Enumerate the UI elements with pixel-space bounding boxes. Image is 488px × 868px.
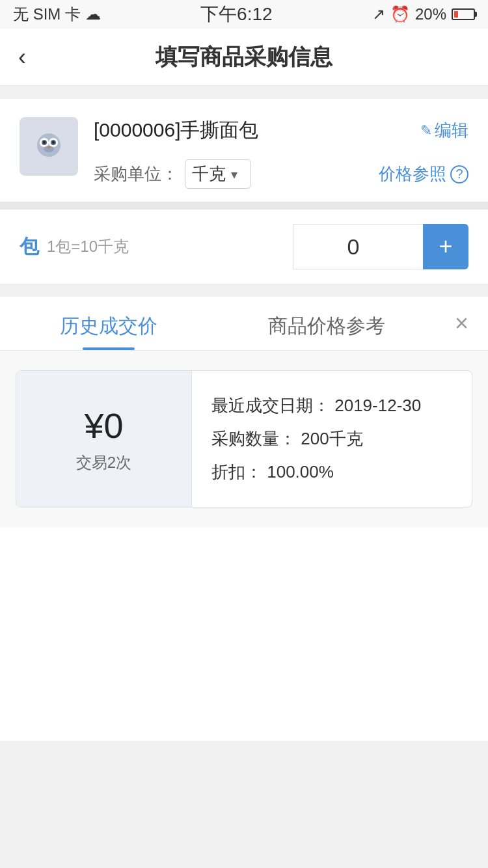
status-left: 无 SIM 卡 ☁ [13,4,101,25]
history-quantity-row: 采购数量： 200千克 [211,427,452,450]
battery-percent: 20% [415,5,446,23]
history-transaction-count: 交易2次 [76,452,131,473]
history-discount-value: 100.00% [267,462,334,481]
quantity-input-group: + [293,224,468,269]
battery-icon [452,8,475,20]
main-content: ¥0 交易2次 最近成交日期： 2019-12-30 采购数量： 200千克 折… [0,351,488,741]
history-detail-panel: 最近成交日期： 2019-12-30 采购数量： 200千克 折扣： 100.0… [192,371,472,507]
edit-button[interactable]: ✎ 编辑 [420,119,468,142]
price-ref-info-icon: ? [450,165,468,183]
quantity-plus-button[interactable]: + [423,224,468,269]
status-bar: 无 SIM 卡 ☁ 下午6:12 ↗ ⏰ 20% [0,0,488,29]
svg-point-5 [43,141,46,144]
quantity-unit-badge: 包 [20,234,39,260]
location-icon: ↗ [372,5,385,23]
product-logo-inner [29,127,68,166]
history-price-value: ¥0 [84,405,123,446]
unit-label: 采购单位： [94,163,178,185]
owl-svg-icon [29,127,68,166]
history-recent-date-label: 最近成交日期： [211,396,330,415]
back-button[interactable]: ‹ [18,44,26,71]
edit-icon: ✎ [420,122,432,139]
history-discount-label: 折扣： [211,462,262,481]
unit-selector-group: 采购单位： 千克 ▾ [94,159,251,189]
history-card: ¥0 交易2次 最近成交日期： 2019-12-30 采购数量： 200千克 折… [16,370,472,508]
history-content: ¥0 交易2次 最近成交日期： 2019-12-30 采购数量： 200千克 折… [0,351,488,527]
tab-history-price[interactable]: 历史成交价 [0,297,217,350]
quantity-unit-sub: 1包=10千克 [47,236,129,257]
product-name: [0000006]手撕面包 [94,117,258,144]
unit-select-arrow-icon: ▾ [231,167,237,182]
history-discount-row: 折扣： 100.00% [211,461,452,483]
history-recent-date-value: 2019-12-30 [334,396,421,415]
unit-select[interactable]: 千克 ▾ [185,159,251,189]
product-unit-row: 采购单位： 千克 ▾ 价格参照 ? [94,159,468,189]
nav-bar: ‹ 填写商品采购信息 [0,29,488,86]
tab-close-button[interactable]: × [435,297,488,350]
plus-icon: + [439,235,452,258]
history-quantity-label: 采购数量： [211,429,296,448]
quantity-row: 包 1包=10千克 + [0,210,488,284]
divider [0,202,488,210]
status-right: ↗ ⏰ 20% [372,5,475,23]
product-info: [0000006]手撕面包 ✎ 编辑 采购单位： 千克 ▾ 价格参照 ? [94,117,468,189]
alarm-icon: ⏰ [390,5,410,23]
status-time: 下午6:12 [200,2,273,27]
price-ref-button[interactable]: 价格参照 ? [379,163,468,185]
product-name-row: [0000006]手撕面包 ✎ 编辑 [94,117,468,144]
unit-value: 千克 [192,163,226,185]
product-header: [0000006]手撕面包 ✎ 编辑 采购单位： 千克 ▾ 价格参照 ? [20,117,468,189]
product-logo [20,117,78,176]
page-title: 填写商品采购信息 [156,42,332,72]
history-quantity-value: 200千克 [301,429,362,448]
quantity-input[interactable] [293,224,423,269]
history-recent-date-row: 最近成交日期： 2019-12-30 [211,394,452,417]
quantity-label-group: 包 1包=10千克 [20,234,129,260]
history-price-panel: ¥0 交易2次 [16,371,192,507]
tab-price-reference[interactable]: 商品价格参考 [217,297,435,350]
sim-status: 无 SIM 卡 ☁ [13,4,101,25]
svg-point-6 [52,141,55,144]
product-card: [0000006]手撕面包 ✎ 编辑 采购单位： 千克 ▾ 价格参照 ? [0,99,488,202]
tab-bar: 历史成交价 商品价格参考 × [0,297,488,351]
